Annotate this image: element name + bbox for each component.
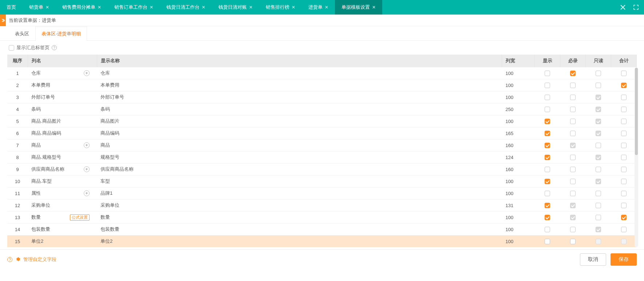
close-icon[interactable]: ✕	[150, 5, 153, 10]
top-tab-8[interactable]: 单据模板设置✕	[335, 0, 382, 15]
checkbox[interactable]	[621, 167, 627, 172]
footer-help-icon[interactable]: ?	[7, 257, 12, 262]
cell-display-name[interactable]: 商品编码	[97, 127, 502, 139]
cell-width[interactable]: 160	[502, 163, 535, 175]
checkbox[interactable]	[570, 107, 576, 112]
checkbox[interactable]	[545, 83, 550, 88]
cell-display-name[interactable]: 采购单位	[97, 199, 502, 211]
table-row[interactable]: 12采购单位采购单位131	[7, 199, 637, 211]
checkbox[interactable]	[621, 131, 627, 136]
table-row[interactable]: 5商品.商品图片商品图片100	[7, 115, 637, 127]
cell-display-name[interactable]: 商品	[97, 139, 502, 151]
cell-display-name[interactable]: 外部订单号	[97, 91, 502, 103]
table-row[interactable]: 10商品.车型车型100	[7, 175, 637, 187]
checkbox[interactable]	[621, 143, 627, 148]
checkbox[interactable]	[596, 83, 601, 88]
checkbox[interactable]	[570, 191, 576, 196]
checkbox[interactable]	[596, 71, 601, 76]
top-tab-5[interactable]: 钱货日清对账✕	[212, 0, 259, 15]
checkbox[interactable]	[545, 119, 550, 124]
checkbox[interactable]	[621, 83, 627, 88]
add-icon[interactable]: +	[84, 142, 90, 148]
checkbox[interactable]	[621, 179, 627, 184]
cell-display-name[interactable]: 规格型号	[97, 151, 502, 163]
cell-display-name[interactable]: 车型	[97, 175, 502, 187]
checkbox[interactable]	[596, 143, 601, 148]
cell-width[interactable]: 100	[502, 223, 535, 236]
checkbox[interactable]	[621, 215, 627, 220]
cell-width[interactable]: 124	[502, 151, 535, 163]
sub-tab-1[interactable]: 表体区-进货单明细	[35, 27, 87, 41]
checkbox[interactable]	[545, 167, 550, 172]
top-tab-6[interactable]: 销售排行榜✕	[259, 0, 302, 15]
fullscreen-icon[interactable]	[632, 4, 640, 11]
table-row[interactable]: 6商品.商品编码商品编码165	[7, 127, 637, 139]
checkbox[interactable]	[545, 215, 550, 220]
checkbox[interactable]	[570, 239, 576, 244]
checkbox[interactable]	[596, 203, 601, 208]
checkbox[interactable]	[570, 131, 576, 136]
add-icon[interactable]: +	[84, 70, 90, 76]
top-tab-2[interactable]: 销售费用分摊单✕	[56, 0, 108, 15]
cell-display-name[interactable]: 条码	[97, 103, 502, 115]
close-icon[interactable]: ✕	[325, 5, 328, 10]
cell-display-name[interactable]: 数量	[97, 211, 502, 223]
checkbox[interactable]	[621, 107, 627, 112]
table-row[interactable]: 7商品+商品160	[7, 139, 637, 151]
add-icon[interactable]: +	[84, 166, 90, 172]
cell-width[interactable]: 100	[502, 175, 535, 187]
table-row[interactable]: 4条码条码250	[7, 103, 637, 115]
checkbox[interactable]	[621, 95, 627, 100]
checkbox[interactable]	[596, 215, 601, 220]
checkbox[interactable]	[545, 71, 550, 76]
checkbox[interactable]	[596, 167, 601, 172]
expand-handle-icon[interactable]	[0, 15, 6, 26]
cell-width[interactable]: 250	[502, 103, 535, 115]
checkbox[interactable]	[545, 179, 550, 184]
table-row[interactable]: 3外部订单号外部订单号100	[7, 91, 637, 103]
checkbox[interactable]	[596, 191, 601, 196]
close-icon[interactable]: ✕	[292, 5, 295, 10]
cell-display-name[interactable]: 仓库	[97, 67, 502, 79]
cancel-button[interactable]: 取消	[580, 253, 606, 266]
close-icon[interactable]: ✕	[372, 5, 376, 10]
table-row[interactable]: 11属性+品牌1100	[7, 187, 637, 199]
top-tab-0[interactable]: 首页	[0, 0, 23, 15]
cell-width[interactable]: 100	[502, 79, 535, 91]
checkbox[interactable]	[570, 71, 576, 76]
cell-width[interactable]: 160	[502, 139, 535, 151]
cell-display-name[interactable]: 本单费用	[97, 79, 502, 91]
cell-display-name[interactable]: 供应商商品名称	[97, 163, 502, 175]
cell-width[interactable]: 165	[502, 127, 535, 139]
close-icon[interactable]: ✕	[98, 5, 101, 10]
checkbox[interactable]	[621, 155, 627, 160]
top-tab-4[interactable]: 钱货日清工作台✕	[160, 0, 212, 15]
table-row[interactable]: 13数量公式设置数量100	[7, 211, 637, 223]
checkbox[interactable]	[545, 143, 550, 148]
show-summary-checkbox[interactable]	[9, 45, 14, 51]
checkbox[interactable]	[545, 191, 550, 196]
cell-display-name[interactable]: 品牌1	[97, 187, 502, 199]
checkbox[interactable]	[621, 71, 627, 76]
close-all-tabs-icon[interactable]	[619, 4, 627, 11]
checkbox[interactable]	[570, 155, 576, 160]
cell-width[interactable]: 100	[502, 187, 535, 199]
cell-width[interactable]: 100	[502, 115, 535, 127]
checkbox[interactable]	[570, 179, 576, 184]
top-tab-1[interactable]: 销货单✕	[23, 0, 56, 15]
cell-display-name[interactable]: 商品图片	[97, 115, 502, 127]
table-row[interactable]: 2本单费用本单费用100	[7, 79, 637, 91]
cell-display-name[interactable]: 包装数量	[97, 223, 502, 236]
cell-width[interactable]: 100	[502, 91, 535, 103]
cell-width[interactable]: 100	[502, 236, 535, 248]
table-scrollbar[interactable]	[635, 68, 638, 247]
gear-icon[interactable]	[15, 257, 20, 263]
cell-width[interactable]: 100	[502, 211, 535, 223]
checkbox[interactable]	[545, 131, 550, 136]
table-row[interactable]: 9供应商商品名称+供应商商品名称160	[7, 163, 637, 175]
manage-custom-fields-link[interactable]: 管理自定义字段	[23, 256, 56, 263]
checkbox[interactable]	[570, 119, 576, 124]
checkbox[interactable]	[545, 239, 550, 244]
formula-settings-tag[interactable]: 公式设置	[70, 214, 90, 221]
top-tab-7[interactable]: 进货单✕	[302, 0, 335, 15]
